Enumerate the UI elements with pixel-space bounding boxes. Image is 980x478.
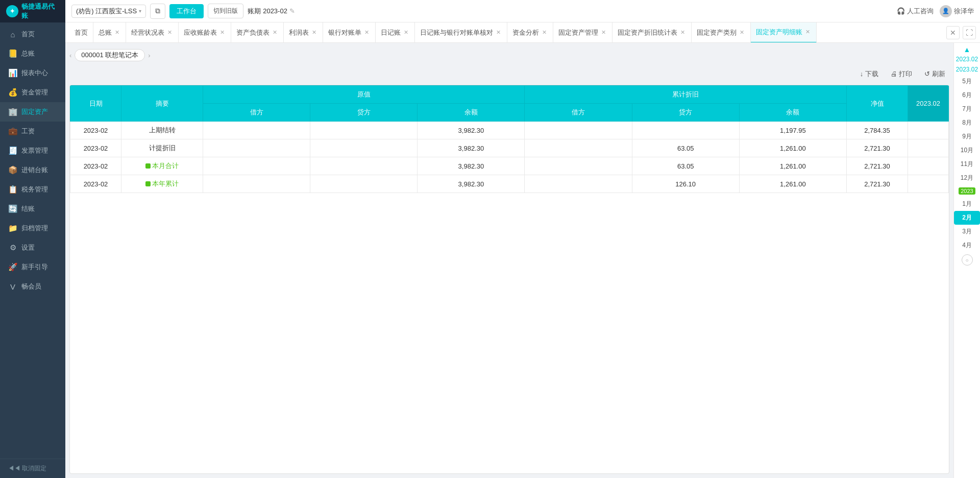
breadcrumb-next-arrow[interactable]: ›: [148, 52, 150, 59]
tab-capital-analysis[interactable]: 资金分析 ✕: [507, 22, 553, 43]
sidebar-item-sales[interactable]: 📦 进销台账: [0, 160, 65, 180]
timeline-month-12[interactable]: 12月: [954, 171, 980, 185]
tab-journal-bank[interactable]: 日记账与银行对账单核对 ✕: [415, 22, 507, 43]
timeline-month-6[interactable]: 6月: [954, 88, 980, 102]
sidebar-item-fixed-assets[interactable]: 🏢 固定资产: [0, 102, 65, 122]
tab-home[interactable]: 首页: [69, 22, 93, 43]
timeline-up-arrow[interactable]: ▲: [964, 46, 971, 53]
period-edit-icon[interactable]: ✎: [289, 7, 295, 15]
sidebar-item-newguide[interactable]: 🚀 新手引导: [0, 257, 65, 277]
tab-fa-depreciation-close[interactable]: ✕: [679, 29, 686, 36]
refresh-button[interactable]: ↺ 刷新: [920, 67, 949, 81]
sidebar-item-archive[interactable]: 📁 归档管理: [0, 219, 65, 238]
timeline-month-2-active[interactable]: 2月: [954, 211, 980, 225]
sidebar-unpin-button[interactable]: ◀◀ 取消固定: [0, 459, 65, 478]
timeline-month-1[interactable]: 1月: [954, 197, 980, 211]
tab-balance[interactable]: 资产负债表 ✕: [231, 22, 284, 43]
tab-ledger-label: 总账: [99, 28, 112, 37]
tab-fa-depreciation[interactable]: 固定资产折旧统计表 ✕: [612, 22, 692, 43]
table-toolbar: ↓ 下载 🖨 打印 ↺ 刷新: [69, 65, 949, 83]
timeline-month-8[interactable]: 8月: [954, 116, 980, 130]
sidebar-item-capital[interactable]: 💰 资金管理: [0, 83, 65, 102]
main-panel: ‹ 000001 联想笔记本 › ↓ 下载 🖨 打印 ↺ 刷新 日期 摘要 原值: [65, 43, 953, 478]
breadcrumb-prev-arrow[interactable]: ‹: [69, 52, 71, 59]
sidebar-item-home[interactable]: ⌂ 首页: [0, 25, 65, 44]
tab-bank-close[interactable]: ✕: [363, 29, 370, 36]
timeline-month-10[interactable]: 10月: [954, 144, 980, 157]
cell-period-extra: [908, 157, 949, 175]
sidebar-item-label-sales: 进销台账: [21, 165, 48, 175]
tab-journal[interactable]: 日记账 ✕: [376, 22, 415, 43]
tab-fa-category[interactable]: 固定资产类别 ✕: [692, 22, 751, 43]
tab-capital-analysis-close[interactable]: ✕: [541, 29, 548, 36]
ledger-icon: 📒: [8, 49, 17, 58]
sidebar-item-label-fixed-assets: 固定资产: [21, 107, 48, 116]
tab-bank[interactable]: 银行对账单 ✕: [323, 22, 376, 43]
timeline-month-5[interactable]: 5月: [954, 75, 980, 88]
sidebar-item-reports[interactable]: 📊 报表中心: [0, 63, 65, 83]
tab-business-close[interactable]: ✕: [166, 29, 173, 36]
tab-receivable-close[interactable]: ✕: [219, 29, 226, 36]
maximize-button[interactable]: ⛶: [963, 26, 976, 39]
cell-orig-debit: [203, 139, 310, 157]
timeline-year-2023[interactable]: 2023: [954, 185, 980, 197]
sidebar-item-settings[interactable]: ⚙ 设置: [0, 238, 65, 257]
col-accum-credit: 贷方: [632, 104, 739, 122]
timeline-circle-button[interactable]: ○: [962, 254, 973, 266]
tab-business[interactable]: 经营状况表 ✕: [126, 22, 179, 43]
tab-receivable[interactable]: 应收账龄表 ✕: [179, 22, 231, 43]
cell-net-value: 2,721.30: [847, 157, 908, 175]
newguide-icon: 🚀: [8, 262, 17, 272]
switch-version-button[interactable]: 切到旧版: [208, 4, 243, 18]
tab-balance-close[interactable]: ✕: [272, 29, 278, 36]
sidebar-item-settlement[interactable]: 🔄 结账: [0, 199, 65, 219]
workbench-button[interactable]: 工作台: [169, 4, 204, 18]
sidebar-item-member[interactable]: V 畅会员: [0, 277, 65, 296]
settings-icon: ⚙: [8, 243, 17, 252]
tab-receivable-label: 应收账龄表: [184, 28, 217, 37]
sidebar-item-ledger[interactable]: 📒 总账: [0, 44, 65, 63]
tab-balance-label: 资产负债表: [236, 28, 270, 37]
timeline-month-7[interactable]: 7月: [954, 102, 980, 116]
cell-date: 2023-02: [70, 157, 121, 175]
main-area: (劝告) 江西股宝-LSS ▾ ⧉ 工作台 切到旧版 账期 2023-02 ✎ …: [65, 0, 980, 478]
copy-button[interactable]: ⧉: [150, 4, 165, 19]
timeline-period-top2[interactable]: 2023.02: [955, 64, 979, 75]
breadcrumb-chip[interactable]: 000001 联想笔记本: [75, 49, 145, 61]
download-button[interactable]: ↓ 下载: [856, 67, 883, 81]
sidebar-item-tax[interactable]: 📋 税务管理: [0, 180, 65, 199]
company-chevron-icon: ▾: [139, 8, 141, 14]
close-all-tabs-button[interactable]: ✕: [946, 26, 960, 39]
print-button[interactable]: 🖨 打印: [887, 67, 917, 81]
cell-net-value: 2,721.30: [847, 175, 908, 193]
cell-period-extra: [908, 122, 949, 139]
settlement-icon: 🔄: [8, 204, 17, 213]
timeline-month-4[interactable]: 4月: [954, 238, 980, 252]
timeline-up-arrows: ▲: [964, 45, 971, 54]
tab-journal-close[interactable]: ✕: [403, 29, 409, 36]
sidebar-item-label-invoice: 发票管理: [21, 146, 48, 155]
tab-journal-bank-close[interactable]: ✕: [495, 29, 502, 36]
sidebar-item-label-payroll: 工资: [21, 127, 35, 136]
tab-fa-mgmt[interactable]: 固定资产管理 ✕: [553, 22, 612, 43]
tab-profit[interactable]: 利润表 ✕: [284, 22, 323, 43]
help-button[interactable]: 🎧 人工咨询: [897, 7, 934, 16]
sidebar-item-invoice[interactable]: 🧾 发票管理: [0, 141, 65, 160]
tab-fa-mgmt-close[interactable]: ✕: [600, 29, 607, 36]
invoice-icon: 🧾: [8, 146, 17, 155]
timeline-month-11[interactable]: 11月: [954, 157, 980, 171]
timeline-month-9[interactable]: 9月: [954, 130, 980, 144]
user-menu[interactable]: 👤 徐泽华: [940, 5, 974, 17]
cell-accum-balance: 1,261.00: [739, 175, 846, 193]
tab-fa-detail-close[interactable]: ✕: [804, 29, 811, 35]
timeline-period-top[interactable]: 2023.02: [955, 54, 979, 64]
tab-profit-close[interactable]: ✕: [311, 29, 317, 36]
sidebar-item-payroll[interactable]: 💼 工资: [0, 122, 65, 141]
tab-ledger[interactable]: 总账 ✕: [93, 22, 126, 43]
timeline-month-3[interactable]: 3月: [954, 225, 980, 238]
tab-ledger-close[interactable]: ✕: [114, 29, 120, 36]
tab-fa-detail[interactable]: 固定资产明细账 ✕: [751, 22, 817, 43]
tab-fa-category-close[interactable]: ✕: [739, 29, 745, 36]
member-icon: V: [8, 282, 17, 291]
company-selector[interactable]: (劝告) 江西股宝-LSS ▾: [71, 5, 146, 18]
